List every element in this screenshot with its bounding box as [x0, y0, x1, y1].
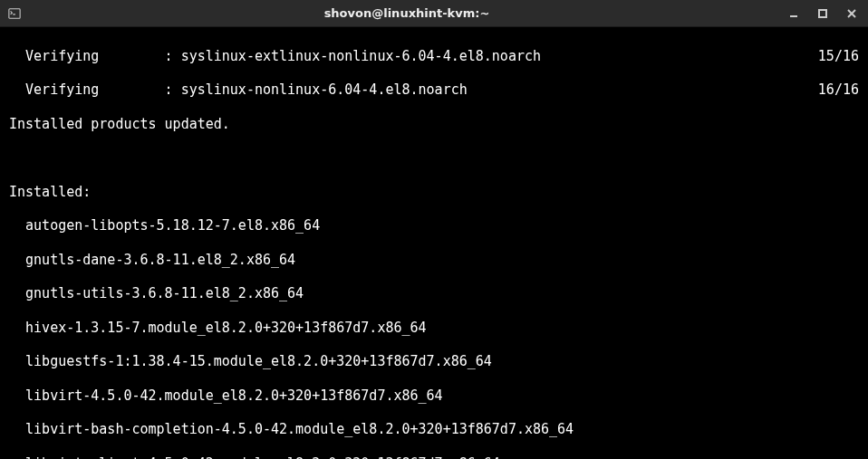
installed-package: libvirt-bash-completion-4.5.0-42.module_… — [9, 421, 859, 438]
installed-package: libvirt-client-4.5.0-42.module_el8.2.0+3… — [9, 455, 859, 459]
updated-line: Installed products updated. — [9, 116, 859, 133]
installed-package: libvirt-4.5.0-42.module_el8.2.0+320+13f8… — [9, 387, 859, 405]
svg-rect-2 — [819, 10, 826, 17]
verify-package: syslinux-extlinux-nonlinux-6.04-4.el8.no… — [181, 48, 818, 65]
verify-row: Verifying : syslinux-extlinux-nonlinux-6… — [9, 48, 859, 65]
verify-label: Verifying : — [9, 81, 181, 99]
installed-package: hivex-1.3.15-7.module_el8.2.0+320+13f867… — [9, 320, 859, 337]
installed-package: libguestfs-1:1.38.4-15.module_el8.2.0+32… — [9, 353, 859, 370]
minimize-button[interactable] — [785, 5, 803, 23]
verify-row: Verifying : syslinux-nonlinux-6.04-4.el8… — [9, 81, 859, 99]
installed-package: gnutls-dane-3.6.8-11.el8_2.x86_64 — [9, 252, 859, 269]
close-button[interactable] — [843, 5, 861, 23]
window-controls — [785, 5, 861, 23]
blank-line — [9, 149, 859, 167]
verify-count: 16/16 — [818, 81, 859, 99]
terminal-window: shovon@linuxhint-kvm:~ Verifying : sysli… — [0, 0, 868, 459]
installed-package: autogen-libopts-5.18.12-7.el8.x86_64 — [9, 217, 859, 234]
verify-package: syslinux-nonlinux-6.04-4.el8.noarch — [181, 81, 818, 99]
svg-rect-0 — [9, 8, 20, 18]
maximize-button[interactable] — [814, 5, 832, 23]
window-title: shovon@linuxhint-kvm:~ — [29, 6, 785, 20]
installed-header: Installed: — [9, 184, 859, 201]
verify-count: 15/16 — [818, 48, 859, 65]
terminal-icon — [7, 6, 22, 21]
terminal-output[interactable]: Verifying : syslinux-extlinux-nonlinux-6… — [0, 27, 868, 459]
verify-label: Verifying : — [9, 48, 181, 65]
installed-package: gnutls-utils-3.6.8-11.el8_2.x86_64 — [9, 285, 859, 302]
titlebar: shovon@linuxhint-kvm:~ — [0, 0, 868, 27]
